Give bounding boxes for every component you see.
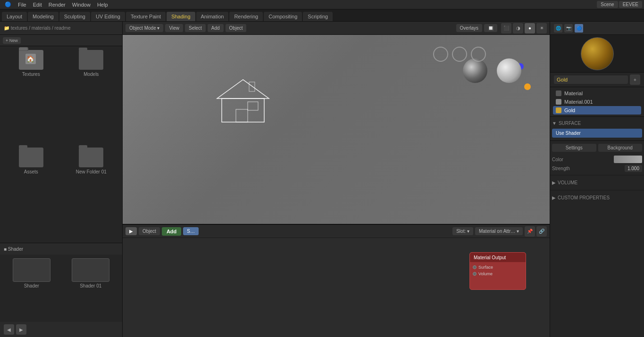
node-properties: ▼ Surface Use Shader	[550, 117, 644, 141]
viewport-view[interactable]: View	[165, 24, 183, 32]
node-view-tab[interactable]: S…	[183, 227, 199, 235]
node-slot-btn[interactable]: Slot: ▾	[452, 227, 473, 235]
viewport-add[interactable]: Add	[208, 24, 224, 32]
breadcrumb-path: 📁 textures / materials / readme	[4, 25, 71, 31]
viewport-select[interactable]: Select	[185, 24, 206, 32]
properties-render-icon[interactable]: 📷	[564, 24, 573, 33]
tab-rendering[interactable]: Rendering	[229, 12, 263, 21]
list-item[interactable]: 🏠 Textures	[4, 50, 59, 142]
surface-value[interactable]: Use Shader	[552, 129, 642, 138]
list-item[interactable]: New Folder 01	[64, 148, 119, 239]
sphere-white	[497, 58, 521, 83]
tab-layout[interactable]: Layout	[2, 12, 27, 21]
menu-blender[interactable]: 🔵	[2, 0, 14, 8]
volume-section-header[interactable]: ▶ Volume	[552, 178, 642, 187]
viewport-object-mode[interactable]: Object Mode ▾	[125, 24, 163, 32]
list-item[interactable]: Models	[64, 50, 119, 142]
svg-marker-1	[217, 80, 269, 99]
viewport-overlay[interactable]: Overlays	[456, 24, 482, 32]
list-item[interactable]: Assets	[4, 148, 59, 239]
divider	[550, 175, 644, 175]
tab-uv[interactable]: UV Editing	[91, 12, 125, 21]
sphere-metal	[463, 58, 487, 83]
material-new-btn[interactable]: +	[630, 74, 640, 85]
node-canvas[interactable]: Material Output Surface Volume	[123, 238, 550, 337]
svg-rect-3	[248, 102, 258, 110]
tab-shading[interactable]: Shading	[167, 12, 195, 21]
tab-modeling[interactable]: Modeling	[28, 12, 59, 21]
viewport-toolbar: Object Mode ▾ View Select Add Object Ove…	[123, 22, 550, 35]
properties-material-icon[interactable]: 🔵	[575, 24, 583, 33]
tab-compositing[interactable]: Compositing	[264, 12, 302, 21]
menu-edit[interactable]: Edit	[30, 1, 45, 8]
render-preview-btn[interactable]: ⬛	[501, 23, 511, 33]
node-material-btn[interactable]: Material on Attr… ▾	[475, 227, 523, 235]
properties-scene-icon[interactable]: 🌐	[554, 24, 562, 33]
scene-object-house	[212, 73, 274, 126]
ctrl-btn-2[interactable]: ▶	[16, 324, 26, 335]
preview-spheres	[463, 58, 521, 83]
props-btn-2[interactable]: Background	[598, 144, 643, 152]
material-item[interactable]: Material.001	[553, 98, 641, 106]
color-label: Color	[552, 157, 563, 162]
top-menubar: 🔵 File Edit Render Window Help Scene EEV…	[0, 0, 644, 9]
engine-selector[interactable]: EEVEE	[619, 1, 642, 8]
left-bottom-panel: ■ Shader Shader Shader 01 ◀ ▶	[0, 243, 122, 337]
svg-rect-2	[236, 109, 248, 122]
node-editor: ▶ Object Add S… Slot: ▾ Material on Attr…	[123, 224, 550, 337]
tab-scripting[interactable]: Scripting	[303, 12, 333, 21]
material-color-dot-active	[556, 107, 561, 113]
material-item-active[interactable]: Gold	[553, 106, 641, 115]
ctrl-btn-1[interactable]: ◀	[4, 324, 14, 335]
menu-window[interactable]: Window	[69, 1, 93, 8]
strength-value[interactable]: 1.000	[625, 165, 642, 172]
material-name-input[interactable]: Gold	[554, 75, 628, 84]
left-panel: 📁 textures / materials / readme + New 🏠 …	[0, 22, 123, 337]
left-panel-header: 📁 textures / materials / readme	[0, 22, 122, 35]
3d-viewport[interactable]	[123, 35, 550, 224]
node-btn-2[interactable]: 🔗	[536, 226, 547, 237]
surface-section-header[interactable]: ▼ Surface	[552, 119, 642, 128]
viewport-object[interactable]: Object	[226, 24, 247, 32]
right-panel: 🌐 📷 🔵 Gold + Material Material.001	[550, 22, 644, 337]
props-btn-1[interactable]: Settings	[552, 144, 596, 152]
strength-label: Strength	[552, 166, 570, 171]
tab-animation[interactable]: Animation	[196, 12, 229, 21]
menu-render[interactable]: Render	[46, 1, 68, 8]
bottom-file-grid: Shader Shader 01	[0, 255, 122, 322]
new-folder-button[interactable]: + New	[3, 37, 21, 44]
volume-section: ▶ Volume	[550, 176, 644, 189]
file-name: Shader	[24, 283, 39, 288]
center-area: Object Mode ▾ View Select Add Object Ove…	[123, 22, 550, 337]
node-editor-toolbar: ▶ Object Add S… Slot: ▾ Material on Attr…	[123, 225, 550, 238]
add-button[interactable]: Add	[162, 227, 181, 236]
material-color-dot	[556, 90, 561, 96]
material-name-row: Gold +	[550, 73, 644, 87]
node-btn-1[interactable]: 📌	[525, 226, 535, 237]
material-preview	[550, 35, 644, 73]
list-item[interactable]: Shader	[4, 258, 59, 318]
render-material-btn[interactable]: ●	[525, 23, 535, 33]
tab-sculpting[interactable]: Sculpting	[59, 12, 90, 21]
file-browser: 🏠 Textures Models Assets	[0, 46, 122, 243]
render-solid-btn[interactable]: ◑	[513, 23, 523, 33]
custom-props-header[interactable]: ▶ Custom Properties	[552, 193, 642, 202]
bottom-controls: ◀ ▶	[0, 322, 122, 337]
left-bottom-header: ■ Shader	[0, 243, 122, 255]
node-mode-btn[interactable]: Object	[139, 227, 160, 235]
svg-rect-4	[249, 82, 255, 91]
node-view-btn[interactable]: ▶	[125, 227, 137, 235]
menu-help[interactable]: Help	[94, 1, 111, 8]
right-panel-header: 🌐 📷 🔵	[550, 22, 644, 35]
scene-selector[interactable]: Scene	[597, 1, 618, 8]
list-item[interactable]: Shader 01	[63, 258, 119, 318]
material-item[interactable]: Material	[553, 89, 641, 98]
menu-file[interactable]: File	[15, 1, 29, 8]
viewport-gizmo[interactable]: 🔲	[484, 24, 497, 32]
tab-texture-paint[interactable]: Texture Paint	[126, 12, 166, 21]
color-picker[interactable]	[614, 156, 642, 163]
file-name: Assets	[24, 169, 38, 174]
divider-2	[550, 190, 644, 190]
node-details: Settings Background Color Strength 1.000	[550, 141, 644, 174]
render-rendered-btn[interactable]: ☀	[536, 23, 547, 33]
